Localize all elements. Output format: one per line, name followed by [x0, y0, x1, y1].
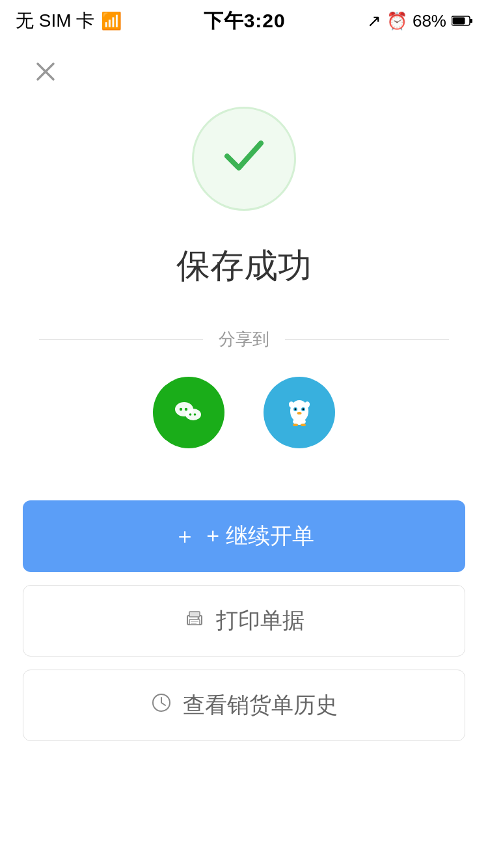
success-icon-circle: [192, 107, 296, 211]
svg-point-8: [185, 408, 187, 411]
svg-rect-24: [189, 612, 200, 617]
continue-label: + 继续开单: [206, 521, 314, 551]
status-time: 下午3:20: [204, 8, 286, 34]
alarm-icon: ⏰: [386, 11, 407, 31]
status-bar: 无 SIM 卡 📶 下午3:20 ↗ ⏰ 68%: [0, 0, 488, 42]
sim-label: 无 SIM 卡: [16, 8, 94, 33]
divider-line-left: [39, 339, 203, 340]
close-button[interactable]: [26, 52, 65, 91]
location-icon: ↗: [367, 11, 381, 31]
battery-label: 68%: [413, 11, 446, 31]
main-content: 保存成功 分享到: [0, 42, 488, 741]
print-label: 打印单据: [216, 606, 305, 636]
svg-rect-1: [453, 17, 465, 24]
svg-point-11: [194, 413, 197, 416]
svg-point-10: [189, 413, 192, 416]
wifi-icon: 📶: [101, 11, 122, 31]
action-buttons: ＋ + 继续开单 打印单据: [23, 500, 465, 741]
status-right: ↗ ⏰ 68%: [367, 11, 472, 31]
checkmark-icon: [218, 129, 270, 189]
divider-line-right: [285, 339, 449, 340]
success-title: 保存成功: [176, 243, 312, 289]
share-label: 分享到: [203, 328, 285, 351]
history-label: 查看销货单历史: [183, 690, 338, 720]
svg-rect-25: [189, 619, 200, 625]
print-button[interactable]: 打印单据: [23, 585, 465, 657]
share-wechat-button[interactable]: [153, 377, 224, 448]
svg-point-28: [198, 617, 200, 619]
continue-button[interactable]: ＋ + 继续开单: [23, 500, 465, 572]
printer-icon: [183, 607, 206, 634]
clock-icon: [150, 692, 172, 719]
share-icons-row: [153, 377, 335, 448]
svg-point-16: [295, 409, 297, 411]
battery-icon: [452, 11, 472, 31]
plus-icon: ＋: [174, 521, 196, 551]
share-qq-button[interactable]: [264, 377, 335, 448]
svg-point-17: [303, 409, 305, 411]
svg-point-7: [180, 408, 182, 411]
svg-point-19: [293, 424, 298, 426]
history-button[interactable]: 查看销货单历史: [23, 670, 465, 741]
svg-point-20: [301, 424, 306, 426]
svg-point-9: [185, 409, 201, 420]
share-divider: 分享到: [0, 328, 488, 351]
status-left: 无 SIM 卡 📶: [16, 8, 122, 33]
svg-line-31: [161, 703, 165, 705]
svg-rect-2: [470, 19, 472, 23]
svg-point-18: [297, 412, 302, 414]
